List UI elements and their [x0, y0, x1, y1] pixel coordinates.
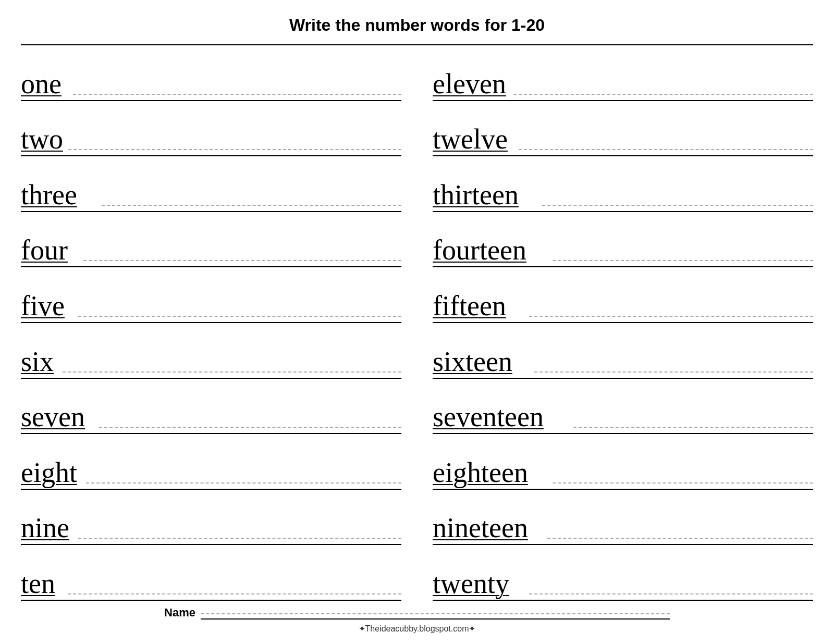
word-nineteen: nineteen [433, 514, 542, 542]
write-area-sixteen[interactable] [534, 371, 813, 376]
write-area-nine[interactable] [78, 538, 401, 542]
dotted-line-seventeen [573, 427, 813, 428]
footer: ✦Theideacubby.blogspot.com✦ [21, 624, 813, 634]
word-seventeen: seventeen [433, 403, 568, 431]
word-ten: ten [21, 569, 63, 598]
word-eleven: eleven [433, 70, 508, 98]
word-thirteen: thirteen [433, 181, 537, 209]
dotted-line-eleven [513, 94, 813, 95]
word-seven: seven [21, 403, 94, 431]
write-area-one[interactable] [73, 94, 401, 98]
word-fifteen: fifteen [433, 292, 524, 320]
row-eighteen: eighteen [433, 434, 813, 490]
row-eleven: eleven [433, 45, 813, 101]
dotted-line-sixteen [534, 371, 813, 373]
dotted-line-fifteen [529, 316, 813, 317]
write-area-five[interactable] [78, 316, 401, 320]
row-one: one [21, 45, 401, 101]
row-nineteen: nineteen [433, 490, 813, 546]
write-area-three[interactable] [102, 205, 401, 209]
row-two: two [21, 101, 401, 157]
dotted-line-six [63, 371, 401, 373]
write-area-ten[interactable] [68, 593, 401, 598]
right-column: eleventwelvethirteenfourteenfifteensixte… [417, 45, 813, 601]
word-nine: nine [21, 514, 73, 542]
write-area-twenty[interactable] [529, 593, 813, 598]
row-sixteen: sixteen [433, 323, 813, 379]
dotted-line-seven [99, 427, 401, 428]
row-fourteen: fourteen [433, 212, 813, 268]
row-fifteen: fifteen [433, 267, 813, 323]
word-five: five [21, 292, 73, 320]
page: Write the number words for 1-20 onetwoth… [0, 0, 834, 644]
name-dotted-line [201, 613, 670, 614]
write-area-nineteen[interactable] [547, 538, 813, 542]
word-three: three [21, 181, 96, 209]
name-solid-line [201, 618, 670, 620]
write-area-eight[interactable] [86, 482, 401, 487]
word-twenty: twenty [433, 569, 524, 598]
name-section: Name [21, 606, 813, 620]
row-three: three [21, 156, 401, 212]
write-area-four[interactable] [83, 260, 401, 264]
name-write-area [201, 613, 670, 620]
row-twelve: twelve [433, 101, 813, 157]
write-area-two[interactable] [68, 149, 401, 153]
name-label: Name [164, 606, 195, 620]
row-twenty: twenty [433, 545, 813, 601]
row-nine: nine [21, 490, 401, 546]
row-ten: ten [21, 545, 401, 601]
dotted-line-eighteen [553, 482, 813, 484]
write-area-eighteen[interactable] [553, 482, 813, 487]
write-area-six[interactable] [63, 371, 401, 376]
write-area-fourteen[interactable] [553, 260, 813, 264]
word-eighteen: eighteen [433, 459, 547, 487]
main-content: onetwothreefourfivesixseveneightnineten … [21, 45, 813, 601]
word-twelve: twelve [433, 125, 513, 153]
write-area-eleven[interactable] [513, 94, 813, 98]
dotted-line-four [83, 260, 401, 261]
word-four: four [21, 236, 78, 264]
dotted-line-nineteen [547, 538, 813, 539]
word-six: six [21, 348, 57, 376]
dotted-line-two [68, 149, 401, 150]
row-four: four [21, 212, 401, 268]
write-area-seven[interactable] [99, 427, 401, 431]
write-area-fifteen[interactable] [529, 316, 813, 320]
write-area-twelve[interactable] [519, 149, 813, 153]
dotted-line-three [102, 205, 401, 206]
dotted-line-fourteen [553, 260, 813, 261]
row-five: five [21, 267, 401, 323]
dotted-line-twenty [529, 593, 813, 595]
write-area-thirteen[interactable] [542, 205, 813, 209]
page-title: Write the number words for 1-20 [21, 16, 813, 35]
left-column: onetwothreefourfivesixseveneightnineten [21, 45, 417, 601]
word-one: one [21, 70, 68, 98]
dotted-line-twelve [519, 149, 813, 150]
dotted-line-five [78, 316, 401, 317]
word-sixteen: sixteen [433, 348, 529, 376]
write-area-seventeen[interactable] [573, 427, 813, 431]
dotted-line-eight [86, 482, 401, 484]
dotted-line-nine [78, 538, 401, 539]
word-two: two [21, 125, 63, 153]
row-seven: seven [21, 379, 401, 435]
row-seventeen: seventeen [433, 379, 813, 435]
word-fourteen: fourteen [433, 236, 547, 264]
dotted-line-ten [68, 593, 401, 595]
dotted-line-thirteen [542, 205, 813, 206]
word-eight: eight [21, 459, 81, 487]
row-thirteen: thirteen [433, 156, 813, 212]
dotted-line-one [73, 94, 401, 95]
row-six: six [21, 323, 401, 379]
row-eight: eight [21, 434, 401, 490]
